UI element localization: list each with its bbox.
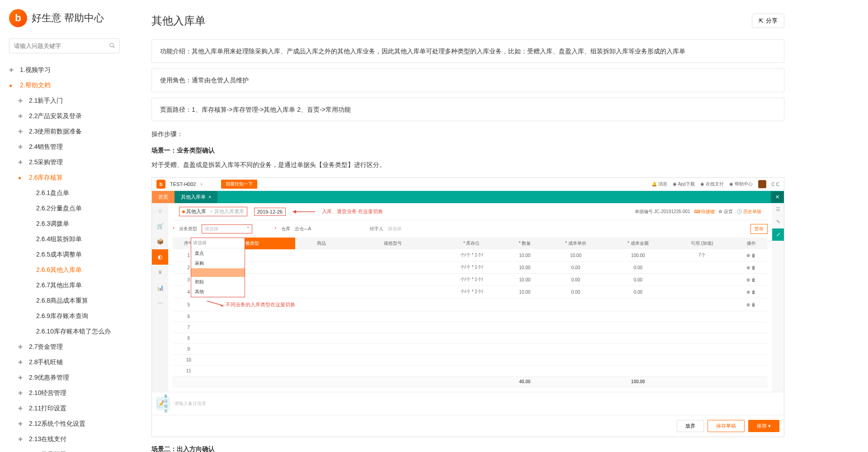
ss-notif-icon[interactable]: 🔔 消息 (651, 181, 667, 187)
ss-right-icon-2[interactable]: ✎ (772, 216, 784, 228)
row-action-icons[interactable]: ⊕ 🗑 (735, 286, 768, 298)
nav-2-3[interactable]: ✚2.3使用前数据准备 (18, 124, 120, 139)
row-action-icons[interactable]: ⊕ 🗑 (735, 274, 768, 286)
ss-wh-value[interactable]: 总仓—A (295, 226, 311, 232)
ss-doc-no: 单据编号 JC-20191226-001 (635, 209, 690, 215)
ss-dropdown-item[interactable]: 其他 (191, 287, 245, 297)
table-row[interactable]: 2个/个 * 1个/10.000.000.00⊕ 🗑 (173, 262, 768, 274)
ss-radio-in[interactable]: 其他入库 (182, 208, 206, 215)
nav-2-1[interactable]: ✚2.1新手入门 (18, 93, 120, 109)
nav-2-6-5[interactable]: 2.6.5成本调整单 (36, 247, 120, 262)
nav-2-6-8[interactable]: 2.6.8商品成本重算 (36, 293, 120, 309)
nav-2-11[interactable]: ✚2.11打印设置 (18, 401, 120, 416)
row-action-icons[interactable]: ⊕ 🗑 (735, 249, 768, 262)
ss-dropdown-item[interactable]: 采购 (191, 258, 245, 268)
ss-tab-close-all[interactable]: ✕ (771, 191, 784, 203)
ss-note-input[interactable]: 请输入备注信息 (175, 400, 779, 407)
nav-2-9[interactable]: ✚2.9优惠券管理 (18, 370, 120, 385)
main-content: 其他入库单 ⇱ 分享 功能介绍：其他入库单用来处理除采购入库、产成品入库之外的其… (129, 0, 807, 452)
table-row[interactable]: 1个/个 * 1个/10.0010.00100.007个⊕ 🗑 (173, 249, 768, 262)
ss-right-toolbar: ☰ ✎ ⤢ (772, 203, 784, 392)
nav-help-docs[interactable]: ●2.帮助文档 (9, 78, 120, 93)
ss-settings-link[interactable]: ⚙ 设置 (718, 209, 733, 215)
ss-pay-link[interactable]: ◉ 在线支付 (700, 181, 724, 187)
nav-2-2[interactable]: ✚2.2产品安装及登录 (18, 109, 120, 124)
ss-quick-link[interactable]: ⌨ 快捷键 (694, 209, 715, 215)
nav-video-learning[interactable]: ✚1.视频学习 (9, 62, 120, 78)
nav-2-14[interactable]: ✚2.14常见问题 (18, 447, 120, 452)
ss-save-button[interactable]: 保存 (748, 420, 779, 432)
ss-tab-active[interactable]: 其他入库单 (175, 191, 217, 203)
table-total-row: 40.00100.00 (173, 376, 768, 387)
table-row[interactable]: 8 (173, 333, 768, 344)
ss-side-coin-icon[interactable]: ¥ (152, 265, 168, 280)
nav-2-6-4[interactable]: 2.6.4组装拆卸单 (36, 232, 120, 247)
nav-2-12[interactable]: ✚2.12系统个性化设置 (18, 416, 120, 432)
table-row[interactable]: 6 (173, 311, 768, 322)
ss-download-link[interactable]: ◉ App下载 (673, 181, 695, 187)
nav-2-6-1[interactable]: 2.6.1盘点单 (36, 186, 120, 201)
ss-draft-button[interactable]: 保存草稿 (708, 420, 745, 432)
share-button[interactable]: ⇱ 分享 (752, 14, 784, 28)
nav-2-6[interactable]: ●2.6库存核算 (18, 170, 120, 186)
ss-promo-button[interactable]: 我要转知一下 (221, 180, 257, 189)
ss-dropdown-search[interactable]: 请选择 (191, 238, 245, 248)
nav-label: 2.6.6其他入库单 (36, 266, 82, 274)
ss-note-row: 📝备注信息 请输入备注信息 (152, 392, 784, 415)
nav-2-6-6[interactable]: 2.6.6其他入库单 (36, 262, 120, 278)
nav-label: 2.12系统个性化设置 (29, 420, 85, 428)
ss-side-more-icon[interactable]: ⋯ (152, 295, 168, 311)
table-row[interactable]: 11 (173, 366, 768, 376)
share-icon: ⇱ (759, 18, 764, 24)
path-text: 1、库存核算->库存管理->其他入库单 2、首页->常用功能 (192, 106, 351, 113)
nav-label: 2.6.8商品成本重算 (36, 297, 88, 305)
ss-dropdown-item-selected[interactable] (191, 268, 245, 277)
ss-username: C C (772, 182, 779, 187)
nav-2-6-3[interactable]: 2.6.3调拨单 (36, 216, 120, 232)
ss-tab-home[interactable]: 首页 (152, 191, 175, 203)
nav-2-6-10[interactable]: 2.6.10库存账本错了怎么办 (36, 324, 120, 339)
nav-2-8[interactable]: ✚2.8手机旺铺 (18, 355, 120, 370)
nav-label: 2.6.9库存账本查询 (36, 312, 88, 320)
nav-2-6-2[interactable]: 2.6.2分量盘点单 (36, 201, 120, 216)
nav-2-6-9[interactable]: 2.6.9库存账本查询 (36, 309, 120, 324)
ss-dropdown-item[interactable]: 初始 (191, 277, 245, 287)
ss-history-link[interactable]: 🕐 历史单据 (736, 209, 761, 215)
ss-side-report-icon[interactable]: 📊 (152, 280, 168, 295)
row-action-icons[interactable]: ⊕ 🗑 (735, 298, 768, 311)
table-row[interactable]: 4个/个 * 1个/10.000.000.00⊕ 🗑 (173, 286, 768, 298)
ss-cancel-button[interactable]: 放弃 (677, 420, 704, 432)
ss-side-inventory-icon[interactable]: ◐ (152, 249, 168, 265)
nav-2-13[interactable]: ✚2.13在线支付 (18, 432, 120, 447)
ss-dropdown-item[interactable]: 盘点 (191, 248, 245, 258)
nav-2-10[interactable]: ✚2.10经营管理 (18, 385, 120, 401)
table-row[interactable]: 10 (173, 355, 768, 366)
th-avail: 可用 (加储) (669, 238, 735, 249)
nav-2-5[interactable]: ✚2.5采购管理 (18, 155, 120, 170)
ss-avatar[interactable] (758, 180, 766, 188)
search-icon[interactable] (109, 42, 115, 50)
ss-right-icon-1[interactable]: ☰ (772, 203, 784, 216)
role-label: 使用角色： (160, 76, 192, 84)
nav-2-4[interactable]: ✚2.4销售管理 (18, 139, 120, 155)
svg-point-0 (110, 43, 113, 47)
nav-2-6-7[interactable]: 2.6.7其他出库单 (36, 278, 120, 293)
ss-biz-select[interactable]: 请选择 ˅ (202, 224, 252, 233)
ss-side-home-icon[interactable]: ⌂ (152, 203, 168, 219)
ss-table: 序号 调整类型 商品 规格型号 * 库存位 * 数量 * 成本单价 * 成本金额… (173, 238, 768, 387)
nav-label: 2.6.3调拨单 (36, 220, 69, 228)
ss-side-cart-icon[interactable]: 🛒 (152, 219, 168, 234)
search-input[interactable] (9, 38, 120, 53)
ss-temp-save-button[interactable]: 暂存 (750, 224, 768, 234)
table-row[interactable]: 9 (173, 344, 768, 355)
row-action-icons[interactable]: ⊕ 🗑 (735, 262, 768, 274)
table-row[interactable]: 7 (173, 322, 768, 333)
ss-help-link[interactable]: ◉ 帮助中心 (729, 181, 753, 187)
ss-date-field[interactable]: 2019-12-26 (254, 208, 286, 216)
table-row[interactable]: 3个/个 * 1个/10.000.000.00⊕ 🗑 (173, 274, 768, 286)
ss-radio-return[interactable]: ○ 其他入库退库 (210, 208, 244, 215)
ss-handler-value[interactable]: 请选择 (388, 226, 401, 232)
ss-right-icon-3[interactable]: ⤢ (772, 228, 784, 241)
nav-2-7[interactable]: ✚2.7资金管理 (18, 339, 120, 355)
ss-side-box-icon[interactable]: 📦 (152, 234, 168, 249)
